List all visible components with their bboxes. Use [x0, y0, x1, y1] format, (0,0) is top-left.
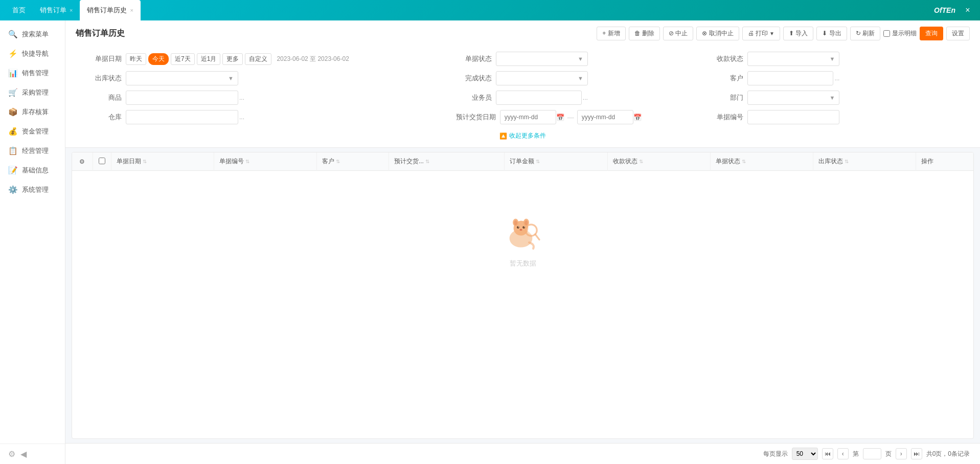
sidebar-item-sys-mgmt[interactable]: ⚙️ 系统管理: [0, 180, 65, 200]
tab-sales-order-history[interactable]: 销售订单历史 ×: [80, 0, 140, 20]
query-button[interactable]: 查询: [920, 27, 943, 40]
table-header-row: ⚙ 单据日期 ⇅ 单据编号: [72, 152, 973, 171]
order-status-sort-icon: ⇅: [742, 159, 746, 164]
date-today-btn[interactable]: 今天: [148, 53, 169, 65]
date-custom-btn[interactable]: 自定义: [245, 53, 271, 65]
sidebar-item-operation-mgmt[interactable]: 📋 经营管理: [0, 141, 65, 161]
dept-label: 部门: [708, 93, 743, 102]
date-more-btn[interactable]: 更多: [222, 53, 243, 65]
salesman-input[interactable]: [496, 91, 582, 105]
order-date-sort-icon: ⇅: [143, 159, 147, 164]
sidebar-item-sales-mgmt[interactable]: 📊 销售管理: [0, 63, 65, 83]
sidebar-item-sys-mgmt-label: 系统管理: [22, 185, 49, 194]
th-customer[interactable]: 客户 ⇅: [317, 152, 389, 171]
customer-ellipsis-btn[interactable]: ...: [834, 75, 839, 82]
goods-ellipsis-btn[interactable]: ...: [239, 94, 244, 101]
expected-date-label: 预计交货日期: [456, 113, 496, 122]
next-page-button[interactable]: ›: [896, 448, 907, 459]
display-cols-checkbox[interactable]: [883, 30, 890, 37]
goods-group: 商品 ...: [86, 91, 441, 105]
stop-button[interactable]: ⊘ 中止: [663, 27, 693, 40]
page-number-input[interactable]: 1: [863, 448, 881, 459]
complete-status-select[interactable]: ▼: [496, 71, 588, 85]
sidebar-item-basic-info[interactable]: 📝 基础信息: [0, 161, 65, 180]
sidebar-item-fund-mgmt[interactable]: 💰 资金管理: [0, 122, 65, 141]
sidebar-collapse-icon[interactable]: ◀: [20, 449, 27, 459]
per-page-select[interactable]: 50 100 200: [792, 448, 818, 460]
print-button[interactable]: 🖨 打印 ▼: [742, 27, 780, 40]
import-button[interactable]: ⬆ 导入: [783, 27, 813, 40]
tab-sales-order-label: 销售订单: [40, 6, 66, 15]
warehouse-input[interactable]: [126, 110, 238, 124]
brand-label: OfTEn: [934, 6, 955, 14]
date-range-text: 2023-06-02 至 2023-06-02: [277, 55, 349, 63]
window-close-button[interactable]: ×: [961, 3, 975, 17]
th-outstock-status[interactable]: 出库状态 ⇅: [813, 152, 916, 171]
export-button[interactable]: ⬇ 导出: [816, 27, 847, 40]
expected-date-start-input[interactable]: [500, 110, 556, 124]
page-label: 页: [885, 450, 892, 458]
delete-button[interactable]: 🗑 删除: [629, 27, 660, 40]
cancel-stop-button[interactable]: ⊗ 取消中止: [696, 27, 739, 40]
tab-sales-order-history-label: 销售订单历史: [87, 6, 127, 15]
sidebar-item-purchase-mgmt[interactable]: 🛒 采购管理: [0, 83, 65, 102]
sidebar-item-operation-mgmt-label: 经营管理: [22, 146, 49, 156]
date-yesterday-btn[interactable]: 昨天: [126, 53, 146, 65]
total-label: 共0页，0条记录: [926, 450, 970, 458]
tab-sales-order-close[interactable]: ×: [70, 7, 73, 13]
svg-point-12: [527, 226, 535, 234]
date-1month-btn[interactable]: 近1月: [197, 53, 221, 65]
date-filter-group: 单据日期 昨天 今天 近7天 近1月 更多 自定义 2023-06-02 至 2…: [86, 53, 441, 65]
expected-date-start-cal-icon[interactable]: 📅: [556, 114, 564, 121]
sidebar-item-search-menu[interactable]: 🔍 搜索菜单: [0, 25, 65, 44]
date-7days-btn[interactable]: 近7天: [171, 53, 195, 65]
tab-home[interactable]: 首页: [5, 0, 33, 20]
tab-home-label: 首页: [12, 6, 26, 15]
th-payment-status[interactable]: 收款状态 ⇅: [607, 152, 710, 171]
th-order-no[interactable]: 单据编号 ⇅: [214, 152, 316, 171]
dept-select[interactable]: ▼: [747, 91, 839, 105]
payment-status-select[interactable]: ▼: [747, 52, 839, 66]
order-status-chevron-icon: ▼: [578, 56, 583, 62]
svg-point-6: [517, 226, 519, 229]
salesman-ellipsis-btn[interactable]: ...: [583, 94, 588, 101]
order-no-input[interactable]: [747, 110, 839, 124]
sidebar-item-inventory-calc[interactable]: 📦 库存核算: [0, 102, 65, 122]
new-button[interactable]: + 新增: [597, 27, 625, 40]
order-no-label: 单据编号: [708, 113, 743, 122]
page-title: 销售订单历史: [76, 28, 125, 39]
sidebar-item-quick-nav[interactable]: ⚡ 快捷导航: [0, 44, 65, 63]
expected-date-end-input[interactable]: [577, 110, 633, 124]
expected-date-end-cal-icon[interactable]: 📅: [633, 114, 642, 121]
sidebar-settings-icon[interactable]: ⚙: [8, 449, 15, 459]
th-order-status[interactable]: 单据状态 ⇅: [710, 152, 813, 171]
settings-button[interactable]: 设置: [946, 27, 970, 40]
th-expected-delivery[interactable]: 预计交货... ⇅: [389, 152, 504, 171]
warehouse-ellipsis-btn[interactable]: ...: [239, 114, 244, 121]
th-order-date[interactable]: 单据日期 ⇅: [111, 152, 214, 171]
tab-sales-order[interactable]: 销售订单 ×: [33, 0, 80, 20]
page-header: 销售订单历史 + 新增 🗑 删除 ⊘ 中止 ⊗ 取消中止 🖨 打印 ▼ ⬆ 导入…: [65, 20, 980, 148]
th-check[interactable]: [93, 152, 111, 171]
first-page-button[interactable]: ⏮: [822, 448, 833, 459]
collapse-row[interactable]: 🔼 收起更多条件: [86, 129, 960, 143]
operation-mgmt-icon: 📋: [8, 146, 18, 156]
th-settings[interactable]: ⚙: [72, 152, 93, 171]
outstock-status-select[interactable]: ▼: [126, 71, 238, 85]
goods-label: 商品: [86, 93, 122, 102]
tab-sales-order-history-close[interactable]: ×: [130, 7, 133, 13]
expected-date-group: 预计交货日期 📅 — 📅: [456, 110, 693, 124]
goods-input[interactable]: [126, 91, 238, 105]
table-container: ⚙ 单据日期 ⇅ 单据编号: [72, 152, 974, 439]
select-all-checkbox[interactable]: [99, 158, 105, 164]
refresh-button[interactable]: ↻ 刷新: [850, 27, 880, 40]
th-order-amount[interactable]: 订单金额 ⇅: [505, 152, 607, 171]
empty-state-row: 暂无数据: [72, 171, 973, 310]
prev-page-button[interactable]: ‹: [837, 448, 849, 459]
svg-point-10: [519, 229, 522, 231]
last-page-button[interactable]: ⏭: [911, 448, 922, 459]
order-status-select[interactable]: ▼: [496, 52, 588, 66]
table-body: 暂无数据: [72, 171, 973, 310]
customer-input[interactable]: [747, 71, 833, 85]
basic-info-icon: 📝: [8, 166, 18, 175]
